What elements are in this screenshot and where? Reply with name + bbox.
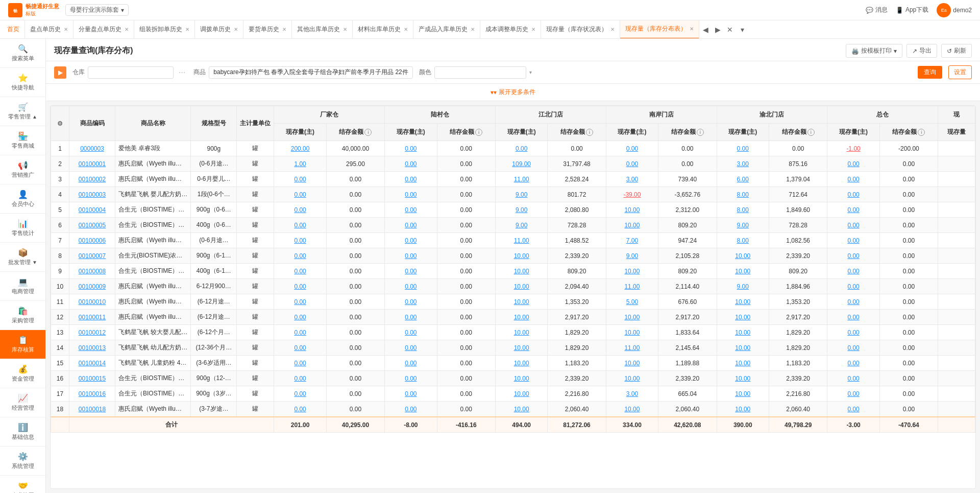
- tab-assembly[interactable]: 组装拆卸单历史 ✕: [134, 20, 195, 39]
- user-area[interactable]: Ea demo2: [937, 3, 972, 17]
- close-icon[interactable]: ✕: [471, 27, 475, 32]
- warehouse-input[interactable]: [88, 66, 174, 79]
- info-icon[interactable]: i: [918, 129, 925, 136]
- color-dropdown-icon[interactable]: ▾: [529, 69, 532, 75]
- tab-expand-btn[interactable]: ▾: [736, 20, 748, 39]
- cell-zongcang-cur: 0.00: [827, 340, 879, 356]
- close-icon[interactable]: ✕: [125, 27, 129, 32]
- sidebar-item-collab[interactable]: 🤝 企业协同: [0, 476, 45, 493]
- code-link[interactable]: 00100015: [79, 375, 106, 382]
- info-icon[interactable]: i: [364, 129, 372, 136]
- sidebar-item-purchase[interactable]: 🛍️ 采购管理: [0, 301, 45, 330]
- sidebar-item-business[interactable]: 📈 经营管理: [0, 388, 45, 417]
- code-link[interactable]: 00100013: [79, 344, 106, 351]
- header-actions: 🖨️ 按模板打印 ▾ ↗ 导出 ↺ 刷新: [846, 44, 972, 58]
- info-icon[interactable]: i: [697, 129, 704, 136]
- tab-finished-in[interactable]: 产成品入库单历史 ✕: [413, 20, 480, 39]
- tab-close-all-btn[interactable]: ✕: [724, 20, 736, 39]
- code-link[interactable]: 00100008: [79, 268, 106, 275]
- close-icon[interactable]: ✕: [343, 27, 347, 32]
- code-link[interactable]: 00100016: [79, 390, 106, 397]
- code-link[interactable]: 00100012: [79, 329, 106, 336]
- sidebar-item-search[interactable]: 🔍 搜索英单: [0, 39, 45, 68]
- code-link[interactable]: 00100018: [79, 406, 106, 413]
- code-link[interactable]: 00100014: [79, 360, 106, 367]
- sidebar-item-retail-stats[interactable]: 📊 零售统计: [0, 214, 45, 243]
- cell-code: 00100008: [69, 264, 115, 279]
- sidebar-item-basic-info[interactable]: ℹ️ 基础信息: [0, 417, 45, 447]
- cell-lucun-amt: 0.00: [437, 279, 495, 294]
- close-icon[interactable]: ✕: [531, 27, 535, 32]
- code-link[interactable]: 00100006: [79, 237, 106, 244]
- filter-toggle-btn[interactable]: ▶: [54, 66, 66, 79]
- sidebar-item-member[interactable]: 👤 会员中心: [0, 184, 45, 214]
- tab-stock-status[interactable]: 现存量（库存状况表） ✕: [541, 20, 620, 39]
- sidebar-item-ecommerce[interactable]: 💻 电商管理: [0, 272, 45, 301]
- topbar-right: 💬 消息 📱 App下载 Ea demo2: [866, 3, 972, 17]
- close-icon[interactable]: ✕: [64, 27, 68, 32]
- sidebar-item-marketing[interactable]: 📢 营销推广: [0, 155, 45, 184]
- cell-zongcang-cur: 0.00: [827, 310, 879, 325]
- message-btn[interactable]: 💬 消息: [866, 6, 888, 14]
- settings-btn[interactable]: 设置: [948, 65, 972, 79]
- tab-inventory-check[interactable]: 盘点单历史 ✕: [25, 20, 74, 39]
- code-link[interactable]: 00100007: [79, 252, 106, 260]
- sidebar-item-retail-mall[interactable]: 🏪 零售商城: [0, 126, 45, 155]
- tab-sub-inventory[interactable]: 分量盘点单历史 ✕: [74, 20, 134, 39]
- query-btn[interactable]: 查询: [918, 66, 942, 79]
- tab-cost-adjust[interactable]: 成本调整单历史 ✕: [480, 20, 541, 39]
- info-icon[interactable]: i: [586, 129, 593, 136]
- code-link[interactable]: 00100011: [79, 314, 106, 321]
- cell-unit: 罐: [237, 371, 274, 386]
- cell-lucun-cur: 0.00: [385, 187, 437, 202]
- code-link[interactable]: 00100009: [79, 283, 106, 290]
- cell-spec: (0-6月途…: [191, 233, 237, 248]
- table-container[interactable]: ⚙ 商品编码 商品名称 规格型号 主计量单位 厂家仓 陆村仓 江北门店 南岸门店…: [50, 105, 976, 489]
- cell-changjiacao-cur: 0.00: [274, 294, 326, 310]
- close-icon[interactable]: ✕: [234, 27, 238, 32]
- cell-yubei-cur: 10.00: [717, 325, 769, 340]
- sidebar-item-inventory[interactable]: 📋 库存核算: [0, 330, 45, 359]
- sidebar-item-retail-mgmt[interactable]: 🛒 零售管理 ▲: [0, 97, 45, 126]
- cell-nanan-cur: 10.00: [606, 325, 658, 340]
- code-link[interactable]: 00100005: [79, 222, 106, 229]
- close-icon[interactable]: ✕: [404, 27, 408, 32]
- tab-prev-btn[interactable]: ◀: [699, 20, 712, 39]
- tab-requisition[interactable]: 要货单历史 ✕: [243, 20, 292, 39]
- settings-icon[interactable]: ⚙: [55, 119, 65, 129]
- app-download-btn[interactable]: 📱 App下载: [896, 6, 928, 14]
- print-btn[interactable]: 🖨️ 按模板打印 ▾: [846, 44, 902, 58]
- info-icon[interactable]: i: [807, 129, 815, 136]
- refresh-btn[interactable]: ↺ 刷新: [941, 44, 972, 58]
- export-btn[interactable]: ↗ 导出: [906, 44, 937, 58]
- close-icon[interactable]: ✕: [185, 27, 189, 32]
- color-input[interactable]: [434, 66, 526, 79]
- expand-conditions-btn[interactable]: ▾▾ 展开更多条件: [491, 88, 535, 97]
- tab-other-out[interactable]: 其他出库单历史 ✕: [292, 20, 353, 39]
- tab-stock-dist[interactable]: 现存量（库存分布表） ✕: [620, 20, 699, 39]
- footer-yubei-amt: 49,798.29: [769, 417, 827, 433]
- code-link[interactable]: 00100004: [79, 206, 106, 214]
- sidebar-item-nav[interactable]: ⭐ 快捷导航: [0, 68, 45, 97]
- code-link[interactable]: 00100002: [79, 176, 106, 183]
- tab-material-out[interactable]: 材料出库单历史 ✕: [353, 20, 413, 39]
- code-link[interactable]: 0000003: [80, 145, 104, 152]
- tab-next-btn[interactable]: ▶: [712, 20, 724, 39]
- close-icon[interactable]: ✕: [690, 26, 694, 32]
- sidebar-item-system[interactable]: ⚙️ 系统管理: [0, 447, 45, 476]
- cell-lucun-cur: 0.00: [385, 294, 437, 310]
- close-icon[interactable]: ✕: [610, 27, 615, 32]
- tab-transfer[interactable]: 调拨单历史 ✕: [195, 20, 243, 39]
- cell-yubei-cur: 0.00: [717, 141, 769, 156]
- info-icon[interactable]: i: [475, 129, 482, 136]
- code-link[interactable]: 00100010: [79, 298, 106, 306]
- code-link[interactable]: 00100003: [79, 191, 106, 198]
- warehouse-dots[interactable]: ···: [177, 68, 187, 77]
- industry-selector[interactable]: 母婴行业演示陈套 ▾: [65, 4, 129, 16]
- code-link[interactable]: 00100001: [79, 160, 106, 168]
- tab-home[interactable]: 首页: [2, 20, 25, 39]
- sidebar-item-wholesale[interactable]: 📦 批发管理 ▼: [0, 243, 45, 272]
- goods-input[interactable]: [209, 66, 413, 79]
- sidebar-item-finance[interactable]: 💰 资金管理: [0, 359, 45, 388]
- close-icon[interactable]: ✕: [282, 27, 286, 32]
